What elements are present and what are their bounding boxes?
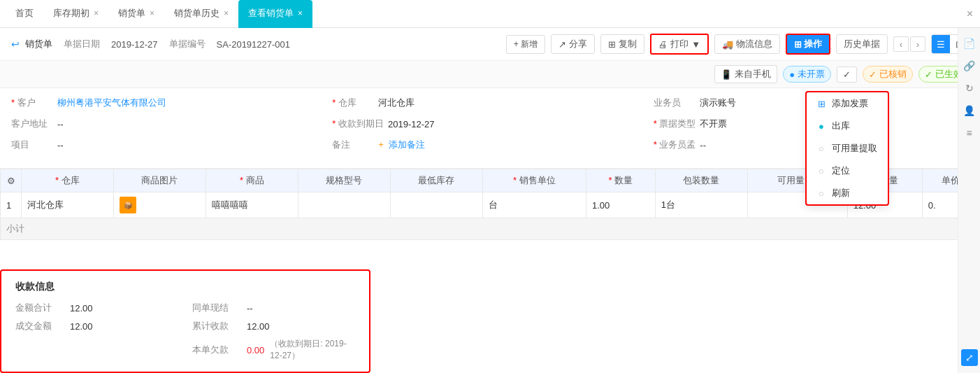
tab-sales-order-label: 销货单 — [118, 7, 145, 20]
print-button[interactable]: 🖨 打印 ▼ — [650, 34, 709, 55]
subtotal-label: 小计 — [1, 218, 980, 240]
logistics-button[interactable]: 🚚 物流信息 — [714, 34, 780, 54]
not-open-badge: ● 未开票 — [783, 66, 831, 83]
payment-info-grid: 金额合计 12.00 同单现结 -- 成交金额 12.00 累计收款 12.00… — [15, 302, 355, 362]
tab-view-sales-close[interactable]: × — [298, 8, 303, 18]
close-all-tabs[interactable]: × — [967, 8, 973, 20]
transaction-amount-label: 成交金额 — [15, 320, 64, 332]
copy-button[interactable]: ⊞ 复制 — [600, 34, 644, 54]
locate-item[interactable]: ○ 定位 — [807, 160, 888, 182]
project-label: 项目 — [11, 139, 53, 151]
row-warehouse: 河北仓库 — [22, 192, 114, 218]
payment-date-label: 收款到期日 — [332, 118, 384, 130]
sidebar-doc-icon[interactable]: 📄 — [961, 35, 978, 52]
col-package-qty: 包装数量 — [655, 169, 747, 192]
address-field: 客户地址 -- — [11, 118, 326, 130]
staff-value: 演示账号 — [700, 97, 736, 109]
subtotal-row: 小计 — [1, 218, 980, 240]
current-due-value: 0.00 — [247, 345, 264, 356]
customer-value[interactable]: 柳州粤港平安气体有限公司 — [57, 97, 166, 109]
prev-doc-button[interactable]: ‹ — [893, 36, 909, 52]
same-order-settlement-row: 同单现结 -- — [192, 302, 355, 314]
row-spec — [298, 192, 390, 218]
cumulative-payment-label: 累计收款 — [192, 320, 241, 332]
row-quantity: 1.00 — [586, 192, 656, 218]
history-button[interactable]: 历史单据 — [836, 34, 888, 54]
ticket-type-label: 票据类型 — [654, 118, 696, 130]
tab-inventory-init[interactable]: 库存期初 × — [43, 0, 108, 28]
tab-sales-order-close[interactable]: × — [150, 8, 154, 18]
sidebar-refresh-icon[interactable]: ↻ — [961, 80, 978, 97]
add-invoice-label: 添加发票 — [832, 97, 868, 110]
grid-icon: ⊞ — [794, 39, 802, 50]
next-doc-button[interactable]: › — [910, 36, 925, 52]
doc-meta: 单据日期 2019-12-27 单据编号 SA-20191227-001 — [64, 38, 290, 50]
tab-view-sales[interactable]: 查看销货单 × — [238, 0, 312, 28]
remark-field: 备注 + 添加备注 — [332, 139, 647, 151]
new-button[interactable]: + 新增 — [506, 35, 545, 54]
check-circle-icon: ✓ — [869, 69, 877, 80]
list-view-button[interactable]: ☰ — [932, 35, 950, 53]
operations-dropdown: ⊞ 添加发票 ● 出库 ○ 可用量提取 ○ 定位 ○ 刷新 — [805, 91, 889, 206]
tab-home-label: 首页 — [15, 7, 34, 20]
phone-icon: 📱 — [721, 69, 732, 80]
same-order-value: -- — [247, 303, 253, 314]
col-product: 商品 — [206, 169, 298, 192]
doc-type-label: 销货单 — [25, 38, 52, 50]
sidebar-list-icon[interactable]: ≡ — [961, 125, 978, 141]
row-min-stock — [390, 192, 482, 218]
add-remark-link[interactable]: + 添加备注 — [378, 139, 424, 151]
project-value: -- — [57, 140, 64, 150]
tab-sales-history-close[interactable]: × — [224, 8, 229, 18]
available-qty-item[interactable]: ○ 可用量提取 — [807, 137, 888, 160]
share-button[interactable]: ↗ 分享 — [551, 34, 595, 54]
ticket-type-value: 不开票 — [700, 118, 727, 130]
right-sidebar: 📄 🔗 ↻ 👤 ≡ ⤢ — [958, 28, 980, 373]
tab-sales-history[interactable]: 销货单历史 × — [164, 0, 238, 28]
circle-icon-4: ○ — [816, 188, 826, 198]
copy-icon: ⊞ — [608, 39, 616, 50]
operations-button[interactable]: ⊞ 操作 — [786, 34, 830, 55]
doc-title-section: ↩ 销货单 — [11, 38, 52, 50]
payment-date-field: 收款到期日 2019-12-27 — [332, 118, 647, 130]
print-icon: 🖨 — [658, 39, 668, 50]
canceled-badge: ✓ 已核销 — [863, 66, 913, 83]
from-phone-button[interactable]: 📱 来自手机 — [714, 65, 777, 83]
sidebar-link-icon[interactable]: 🔗 — [961, 57, 978, 74]
col-spec: 规格型号 — [298, 169, 390, 192]
tab-sales-order[interactable]: 销货单 × — [108, 0, 164, 28]
amount-total-value: 12.00 — [70, 303, 93, 314]
col-unit: 销售单位 — [482, 169, 586, 192]
refresh-item[interactable]: ○ 刷新 — [807, 182, 888, 204]
doc-number-label: 单据编号 — [169, 38, 206, 50]
refresh-label: 刷新 — [832, 187, 850, 199]
circle-dot-icon: ● — [816, 121, 826, 131]
same-order-label: 同单现结 — [192, 302, 241, 314]
outbound-item[interactable]: ● 出库 — [807, 115, 888, 137]
print-dropdown-icon: ▼ — [691, 39, 700, 50]
confirm-button[interactable]: ✓ — [837, 66, 857, 83]
add-invoice-item[interactable]: ⊞ 添加发票 — [807, 92, 888, 115]
tab-home[interactable]: 首页 — [6, 0, 43, 28]
address-value: -- — [57, 119, 64, 129]
doc-actions: + 新增 ↗ 分享 ⊞ 复制 🖨 打印 ▼ 🚚 物流信息 — [506, 34, 969, 55]
customer-field: 客户 柳州粤港平安气体有限公司 — [11, 97, 326, 109]
amount-total-row: 金额合计 12.00 — [15, 302, 178, 314]
row-unit: 台 — [482, 192, 586, 218]
doc-number-value: SA-20191227-001 — [217, 39, 291, 50]
sidebar-user-icon[interactable]: 👤 — [961, 102, 978, 119]
sidebar-expand-icon[interactable]: ⤢ — [961, 349, 978, 366]
customer-label: 客户 — [11, 97, 53, 109]
cumulative-payment-row: 累计收款 12.00 — [192, 320, 355, 332]
project-field: 项目 -- — [11, 139, 326, 151]
col-warehouse: 仓库 — [22, 169, 114, 192]
tab-view-sales-label: 查看销货单 — [248, 7, 294, 20]
plus-icon: + — [378, 139, 384, 150]
remark-label: 备注 — [332, 139, 374, 151]
row-package-qty: 1台 — [655, 192, 747, 218]
locate-label: 定位 — [832, 164, 850, 177]
tab-inventory-init-close[interactable]: × — [94, 8, 99, 18]
col-settings[interactable]: ⚙ — [1, 169, 22, 192]
circle-icon-3: ○ — [816, 166, 826, 176]
current-due-row: 本单欠款 0.00 （收款到期日: 2019-12-27） — [192, 338, 355, 362]
